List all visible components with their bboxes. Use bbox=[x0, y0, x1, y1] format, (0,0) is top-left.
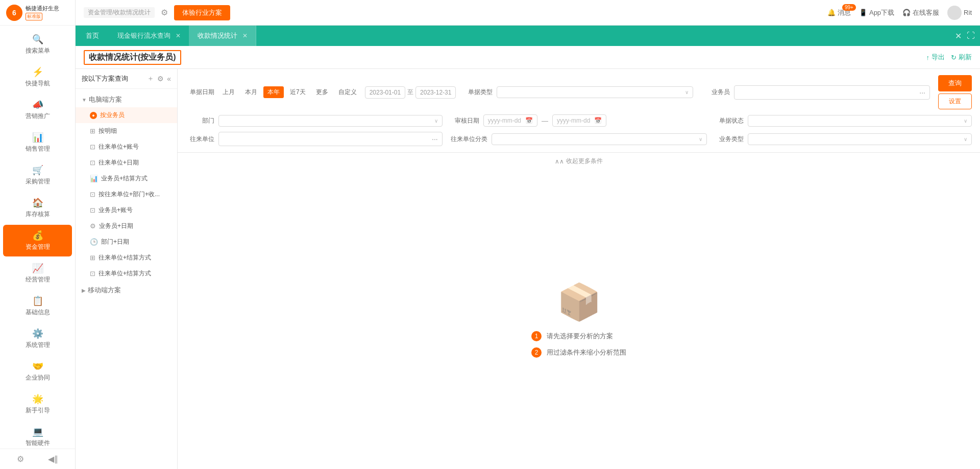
tab-receipt-close[interactable]: ✕ bbox=[242, 32, 248, 39]
audit-date-filter: 审核日期 yyyy-mm-dd 📅 — yyyy-mm-dd 📅 bbox=[451, 114, 707, 127]
scheme-partner-date[interactable]: ⊡ 往来单位+日期 bbox=[76, 155, 177, 171]
voucher-type-filter: 单据类型 ∨ bbox=[464, 86, 693, 98]
sidebar-item-guide[interactable]: 🌟新手引导 bbox=[3, 388, 72, 420]
content-area: 按以下方案查询 ＋ ⚙ « ▼ 电脑端方案 ● bbox=[76, 69, 980, 469]
sidebar-item-nav[interactable]: ⚡快捷导航 bbox=[3, 61, 72, 93]
salesperson-date-icon: ⚙ bbox=[90, 222, 96, 230]
scheme-partner-settle2[interactable]: ⊡ 往来单位+结算方式 bbox=[76, 266, 177, 282]
sidebar-item-basic[interactable]: 📋基础信息 bbox=[3, 290, 72, 322]
dept-label: 部门 bbox=[186, 116, 214, 125]
notifications-area[interactable]: 🔔 消息 99+ bbox=[827, 8, 851, 17]
pc-scheme-header[interactable]: ▼ 电脑端方案 bbox=[76, 92, 177, 107]
notifications-badge: 99+ bbox=[842, 4, 856, 11]
date-tab-thismonth[interactable]: 本月 bbox=[241, 86, 261, 98]
query-button[interactable]: 查询 bbox=[938, 75, 972, 91]
sidebar-item-purchase[interactable]: 🛒采购管理 bbox=[3, 159, 72, 191]
salesperson-filter: 业务员 ··· bbox=[701, 85, 930, 100]
scheme-partner-dept[interactable]: ⊡ 按往来单位+部门+收... bbox=[76, 186, 177, 202]
mobile-scheme-header[interactable]: ▶ 移动端方案 bbox=[76, 283, 177, 298]
refresh-button[interactable]: ↻ 刷新 bbox=[951, 53, 972, 62]
biz-type-input[interactable]: ∨ bbox=[748, 133, 972, 145]
audit-from-input[interactable]: yyyy-mm-dd 📅 bbox=[483, 114, 537, 127]
collapse-more-bar[interactable]: ∧∧ 收起更多条件 bbox=[178, 153, 980, 170]
date-to-input[interactable]: 2023-12-31 bbox=[415, 86, 456, 99]
audit-to-input[interactable]: yyyy-mm-dd 📅 bbox=[552, 114, 606, 127]
settings-button[interactable]: 设置 bbox=[938, 93, 972, 109]
salesperson-more-icon[interactable]: ··· bbox=[919, 88, 925, 97]
partner-category-input[interactable]: ∨ bbox=[492, 133, 707, 145]
sidebar-item-sales[interactable]: 📊销售管理 bbox=[3, 127, 72, 158]
scheme-salesperson-settle-label: 业务员+结算方式 bbox=[101, 174, 148, 183]
date-tabs: 上月 本月 本年 近7天 更多 自定义 bbox=[218, 86, 361, 98]
sidebar-item-search[interactable]: 🔍搜索菜单 bbox=[3, 29, 72, 60]
tab-cashflow[interactable]: 现金银行流水查询 ✕ bbox=[109, 26, 189, 46]
scheme-salesperson-date[interactable]: ⚙ 业务员+日期 bbox=[76, 218, 177, 234]
add-scheme-icon[interactable]: ＋ bbox=[147, 74, 154, 83]
export-button[interactable]: ↑ 导出 bbox=[926, 53, 945, 62]
scheme-settings-icon[interactable]: ⚙ bbox=[157, 75, 164, 83]
collapse-sidebar-icon[interactable]: ◀∥ bbox=[48, 454, 58, 464]
scheme-salesperson-account[interactable]: ⊡ 业务员+账号 bbox=[76, 202, 177, 218]
filter-row-2: 部门 ∨ 审核日期 yyyy-mm-dd 📅 — bbox=[186, 114, 972, 127]
date-tab-more[interactable]: 更多 bbox=[312, 86, 332, 98]
mobile-scheme-group: ▶ 移动端方案 bbox=[76, 283, 177, 298]
partner-date-icon: ⊡ bbox=[90, 159, 95, 167]
biz-type-arrow: ∨ bbox=[964, 136, 967, 142]
filter-actions: 查询 设置 bbox=[938, 75, 972, 109]
tab-receipt[interactable]: 收款情况统计 ✕ bbox=[189, 26, 256, 46]
sidebar-item-hardware[interactable]: 💻智能硬件 bbox=[3, 421, 72, 449]
scheme-by-salesperson[interactable]: ● 按业务员 bbox=[76, 107, 177, 123]
sidebar: 6 畅捷通好生意 标准版 🔍搜索菜单⚡快捷导航📣营销推广📊销售管理🛒采购管理🏠库… bbox=[0, 0, 76, 469]
marketing-icon: 📣 bbox=[32, 99, 43, 110]
panel-header: 按以下方案查询 ＋ ⚙ « bbox=[76, 69, 177, 89]
date-tab-custom[interactable]: 自定义 bbox=[334, 86, 361, 98]
step-1-label: 请先选择要分析的方案 bbox=[547, 332, 613, 341]
collapse-more-icon: ∧∧ bbox=[555, 158, 564, 165]
partner-more-icon[interactable]: ··· bbox=[432, 135, 438, 143]
scheme-salesperson-date-label: 业务员+日期 bbox=[99, 222, 133, 230]
scheme-by-detail[interactable]: ⊞ 按明细 bbox=[76, 123, 177, 139]
capital-icon: 💰 bbox=[32, 230, 43, 241]
online-service-item[interactable]: 🎧 在线客服 bbox=[902, 8, 939, 17]
scheme-partner-account[interactable]: ⊡ 往来单位+账号 bbox=[76, 139, 177, 155]
calendar-icon-1: 📅 bbox=[525, 117, 533, 124]
logo-icon: 6 bbox=[6, 5, 22, 21]
step-num-2: 2 bbox=[531, 347, 542, 358]
topbar-gear-icon[interactable]: ⚙ bbox=[161, 8, 168, 17]
user-name: Rit bbox=[964, 9, 972, 16]
scheme-by-detail-label: 按明细 bbox=[99, 127, 117, 135]
salesperson-input[interactable]: ··· bbox=[734, 85, 930, 100]
date-tab-lastmonth[interactable]: 上月 bbox=[218, 86, 239, 98]
partner-input[interactable]: ··· bbox=[218, 132, 443, 146]
sidebar-item-operation[interactable]: 📈经营管理 bbox=[3, 257, 72, 289]
date-tab-thisyear[interactable]: 本年 bbox=[263, 86, 284, 98]
settings-bottom-icon[interactable]: ⚙ bbox=[17, 454, 24, 464]
sidebar-item-warehouse[interactable]: 🏠库存核算 bbox=[3, 192, 72, 224]
collapse-panel-icon[interactable]: « bbox=[167, 75, 171, 83]
tabbar-expand-icon[interactable]: ⛶ bbox=[967, 31, 975, 40]
partner-filter: 往来单位 ··· bbox=[186, 132, 443, 146]
scheme-partner-settle1[interactable]: ⊞ 往来单位+结算方式 bbox=[76, 250, 177, 266]
collapse-more-label: 收起更多条件 bbox=[566, 157, 603, 166]
dept-input[interactable]: ∨ bbox=[218, 115, 443, 127]
empty-state: 📦 1 请先选择要分析的方案 2 用过滤条件来缩小分析范围 bbox=[178, 170, 980, 469]
right-panel: 单据日期 上月 本月 本年 近7天 更多 自定义 2023-01-01 bbox=[178, 69, 980, 469]
voucher-type-input[interactable]: ∨ bbox=[497, 86, 693, 98]
sidebar-item-marketing[interactable]: 📣营销推广 bbox=[3, 94, 72, 126]
trial-button[interactable]: 体验行业方案 bbox=[174, 5, 230, 20]
date-tab-7days[interactable]: 近7天 bbox=[286, 86, 310, 98]
sidebar-item-capital[interactable]: 💰资金管理 bbox=[3, 225, 72, 256]
pc-scheme-label: 电脑端方案 bbox=[89, 95, 122, 104]
date-to-value: 2023-12-31 bbox=[420, 89, 451, 96]
date-from-input[interactable]: 2023-01-01 bbox=[365, 86, 405, 99]
sidebar-item-system[interactable]: ⚙️系统管理 bbox=[3, 323, 72, 355]
scheme-salesperson-settle[interactable]: 📊 业务员+结算方式 bbox=[76, 171, 177, 186]
tab-home[interactable]: 首页 bbox=[76, 26, 109, 46]
user-area[interactable]: Rit bbox=[947, 6, 972, 20]
voucher-status-input[interactable]: ∨ bbox=[748, 115, 972, 127]
app-download-item[interactable]: 📱 App下载 bbox=[859, 8, 894, 17]
sidebar-item-enterprise[interactable]: 🤝企业协同 bbox=[3, 356, 72, 387]
tabbar-close-icon[interactable]: ✕ bbox=[955, 31, 962, 41]
scheme-dept-date[interactable]: 🕒 部门+日期 bbox=[76, 234, 177, 250]
tab-cashflow-close[interactable]: ✕ bbox=[176, 32, 181, 39]
